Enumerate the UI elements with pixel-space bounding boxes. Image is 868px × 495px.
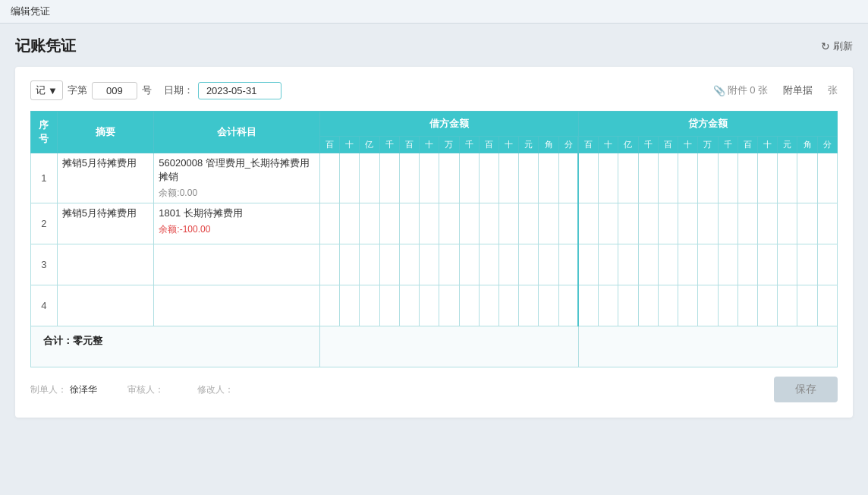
row1-d12[interactable]	[539, 153, 558, 203]
row2-d3[interactable]	[360, 203, 379, 244]
row1-d7[interactable]	[439, 153, 459, 203]
row3-d6[interactable]	[420, 244, 439, 285]
row1-d4[interactable]	[379, 153, 399, 203]
row3-d1[interactable]	[319, 244, 339, 285]
row2-c10[interactable]	[758, 203, 778, 244]
row2-c4[interactable]	[638, 203, 658, 244]
row4-d7[interactable]	[439, 285, 459, 326]
row4-c9[interactable]	[737, 285, 757, 326]
row3-c10[interactable]	[758, 244, 778, 285]
row2-c9[interactable]	[737, 203, 757, 244]
row1-c12[interactable]	[797, 153, 817, 203]
row1-c10[interactable]	[758, 153, 778, 203]
row4-d12[interactable]	[539, 285, 558, 326]
refresh-button[interactable]: ↻ 刷新	[821, 39, 853, 53]
row1-c9[interactable]	[737, 153, 757, 203]
row3-summary[interactable]	[57, 244, 154, 285]
row1-account[interactable]: 56020008 管理费用_长期待摊费用摊销 余额:0.00	[154, 153, 320, 203]
row4-c1[interactable]	[578, 285, 598, 326]
row2-d4[interactable]	[379, 203, 399, 244]
row1-c8[interactable]	[718, 153, 737, 203]
row2-c1[interactable]	[578, 203, 598, 244]
row1-d8[interactable]	[459, 153, 479, 203]
row3-c5[interactable]	[658, 244, 678, 285]
row4-c6[interactable]	[678, 285, 698, 326]
row3-d3[interactable]	[360, 244, 379, 285]
row1-c5[interactable]	[658, 153, 678, 203]
row2-d8[interactable]	[459, 203, 479, 244]
row2-d7[interactable]	[439, 203, 459, 244]
row4-d1[interactable]	[319, 285, 339, 326]
row3-d11[interactable]	[519, 244, 539, 285]
row3-c2[interactable]	[599, 244, 618, 285]
row1-c7[interactable]	[698, 153, 718, 203]
row2-d11[interactable]	[519, 203, 539, 244]
row3-c9[interactable]	[737, 244, 757, 285]
row2-c12[interactable]	[797, 203, 817, 244]
row4-d13[interactable]	[558, 285, 578, 326]
row1-d11[interactable]	[519, 153, 539, 203]
row4-c4[interactable]	[638, 285, 658, 326]
row2-c13[interactable]	[817, 203, 837, 244]
row3-c8[interactable]	[718, 244, 737, 285]
row1-c1[interactable]	[578, 153, 598, 203]
row1-d9[interactable]	[479, 153, 498, 203]
row3-c4[interactable]	[638, 244, 658, 285]
row1-d1[interactable]	[319, 153, 339, 203]
voucher-number-input[interactable]	[92, 82, 137, 99]
row2-c8[interactable]	[718, 203, 737, 244]
row4-c8[interactable]	[718, 285, 737, 326]
row4-d2[interactable]	[340, 285, 360, 326]
row2-c3[interactable]	[618, 203, 638, 244]
row1-c13[interactable]	[817, 153, 837, 203]
row1-d6[interactable]	[420, 153, 439, 203]
row3-c1[interactable]	[578, 244, 598, 285]
row2-d9[interactable]	[479, 203, 498, 244]
row1-d2[interactable]	[340, 153, 360, 203]
row3-d2[interactable]	[340, 244, 360, 285]
row4-c3[interactable]	[618, 285, 638, 326]
row2-account[interactable]: 1801 长期待摊费用 余额:-100.00	[154, 203, 320, 244]
row1-c6[interactable]	[678, 153, 698, 203]
row4-c7[interactable]	[698, 285, 718, 326]
voucher-type-select[interactable]: 记 ▼	[30, 80, 63, 100]
row2-d2[interactable]	[340, 203, 360, 244]
row3-c7[interactable]	[698, 244, 718, 285]
row2-c6[interactable]	[678, 203, 698, 244]
row3-d10[interactable]	[498, 244, 518, 285]
attach-single-label[interactable]: 附单据	[783, 84, 813, 97]
date-input[interactable]	[198, 82, 281, 99]
row4-summary[interactable]	[57, 285, 154, 326]
row4-account[interactable]	[154, 285, 320, 326]
row3-c6[interactable]	[678, 244, 698, 285]
row3-d5[interactable]	[399, 244, 419, 285]
row2-c7[interactable]	[698, 203, 718, 244]
row3-d9[interactable]	[479, 244, 498, 285]
row3-c3[interactable]	[618, 244, 638, 285]
row4-c11[interactable]	[778, 285, 797, 326]
row4-d10[interactable]	[498, 285, 518, 326]
row4-c2[interactable]	[599, 285, 618, 326]
row4-d9[interactable]	[479, 285, 498, 326]
row4-c12[interactable]	[797, 285, 817, 326]
row4-d8[interactable]	[459, 285, 479, 326]
row1-d13[interactable]	[558, 153, 578, 203]
row3-c13[interactable]	[817, 244, 837, 285]
row1-d3[interactable]	[360, 153, 379, 203]
row1-c2[interactable]	[599, 153, 618, 203]
row1-c4[interactable]	[638, 153, 658, 203]
attachment-link[interactable]: 📎 附件 0 张	[713, 84, 768, 97]
row4-d4[interactable]	[379, 285, 399, 326]
row2-d10[interactable]	[498, 203, 518, 244]
row3-d4[interactable]	[379, 244, 399, 285]
row3-d8[interactable]	[459, 244, 479, 285]
row2-c5[interactable]	[658, 203, 678, 244]
row4-d6[interactable]	[420, 285, 439, 326]
row2-c2[interactable]	[599, 203, 618, 244]
row3-d13[interactable]	[558, 244, 578, 285]
row2-d12[interactable]	[539, 203, 558, 244]
row4-d3[interactable]	[360, 285, 379, 326]
row2-summary[interactable]: 摊销5月待摊费用	[57, 203, 154, 244]
row4-d5[interactable]	[399, 285, 419, 326]
row3-d12[interactable]	[539, 244, 558, 285]
